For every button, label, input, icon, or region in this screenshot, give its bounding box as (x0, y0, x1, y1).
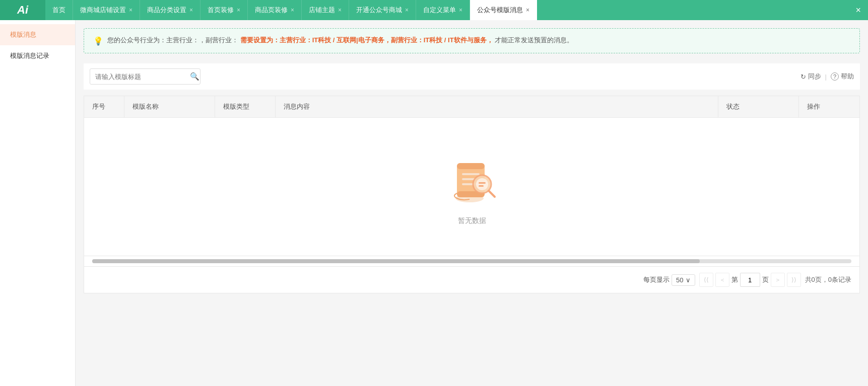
page-size-dropdown[interactable]: 50 ∨ (672, 274, 695, 286)
tab-close-theme[interactable]: × (338, 7, 342, 14)
col-header-index: 序号 (84, 96, 124, 117)
scrollbar-thumb (92, 259, 700, 263)
page-nav: ⟨⟨ ＜ 第 页 ＞ ⟩⟩ (699, 273, 801, 287)
tab-menu[interactable]: 自定义菜单 × (416, 0, 470, 20)
col-header-status: 状态 (718, 96, 799, 117)
col-header-action: 操作 (799, 96, 859, 117)
toolbar-divider: | (825, 73, 827, 81)
prev-page-button[interactable]: ＜ (715, 273, 729, 287)
svg-point-8 (476, 178, 488, 190)
scrollbar-area (84, 256, 859, 266)
col-header-content: 消息内容 (276, 96, 718, 117)
tab-close-wsc[interactable]: × (129, 7, 132, 14)
sidebar-item-template-record[interactable]: 模版消息记录 (0, 45, 75, 66)
sidebar-item-template-msg[interactable]: 模版消息 (0, 24, 75, 45)
col-header-name: 模版名称 (124, 96, 215, 117)
tab-close-mall[interactable]: × (405, 7, 409, 14)
total-info: 共0页，0条记录 (805, 275, 851, 284)
empty-illustration (442, 148, 502, 208)
search-button[interactable]: 🔍 (185, 69, 201, 84)
first-page-button[interactable]: ⟨⟨ (699, 273, 713, 287)
tab-close-template[interactable]: × (526, 7, 529, 14)
empty-text: 暂无数据 (458, 216, 486, 225)
page-size-select: 每页显示 50 ∨ (643, 274, 695, 286)
table-header: 序号 模版名称 模版类型 消息内容 状态 操作 (84, 96, 859, 118)
tab-close-product[interactable]: × (291, 7, 294, 14)
empty-state: 暂无数据 (84, 118, 859, 256)
help-icon: ? (831, 72, 839, 81)
app-logo: Ai (0, 0, 45, 20)
svg-rect-4 (462, 173, 480, 175)
main-layout: 模版消息 模版消息记录 💡 您的公众号行业为：主营行业：，副营行业： 需要设置为… (0, 20, 868, 386)
tab-homepage[interactable]: 首页装修 × (201, 0, 248, 20)
close-all-button[interactable]: × (848, 0, 868, 20)
tab-wsc[interactable]: 微商城店铺设置 × (73, 0, 140, 20)
svg-rect-11 (479, 185, 484, 187)
tab-close-menu[interactable]: × (459, 7, 462, 14)
last-page-button[interactable]: ⟩⟩ (787, 273, 801, 287)
notice-banner: 💡 您的公众号行业为：主营行业：，副营行业： 需要设置为：主营行业：IT科技 /… (84, 28, 860, 53)
next-page-button[interactable]: ＞ (771, 273, 785, 287)
page-number-input[interactable] (740, 273, 760, 287)
tab-category[interactable]: 商品分类设置 × (140, 0, 201, 20)
tab-home[interactable]: 首页 (45, 0, 73, 20)
pagination: 每页显示 50 ∨ ⟨⟨ ＜ 第 页 ＞ ⟩⟩ 共0页，0条记录 (84, 266, 859, 293)
table-container: 序号 模版名称 模版类型 消息内容 状态 操作 (84, 96, 860, 293)
tab-mall[interactable]: 开通公众号商城 × (349, 0, 416, 20)
notice-icon: 💡 (93, 36, 103, 46)
notice-highlight: 需要设置为：主营行业：IT科技 / 互联网|电子商务，副营行业：IT科技 / I… (240, 36, 493, 44)
search-input[interactable] (90, 70, 185, 84)
fake-scrollbar[interactable] (92, 259, 851, 263)
sidebar: 模版消息 模版消息记录 (0, 20, 76, 386)
tab-close-category[interactable]: × (189, 7, 193, 14)
toolbar: 🔍 ↻ 同步 | ? 帮助 (84, 63, 860, 90)
toolbar-right: ↻ 同步 | ? 帮助 (800, 72, 854, 81)
notice-text: 您的公众号行业为：主营行业：，副营行业： 需要设置为：主营行业：IT科技 / 互… (107, 36, 573, 45)
search-box: 🔍 (90, 68, 201, 85)
nav-tabs: 首页 微商城店铺设置 × 商品分类设置 × 首页装修 × 商品页装修 × 店铺主… (45, 0, 848, 20)
content-area: 💡 您的公众号行业为：主营行业：，副营行业： 需要设置为：主营行业：IT科技 /… (76, 20, 868, 386)
svg-line-9 (489, 191, 495, 197)
top-nav: Ai 首页 微商城店铺设置 × 商品分类设置 × 首页装修 × 商品页装修 × … (0, 0, 868, 20)
sync-button[interactable]: ↻ 同步 (800, 72, 821, 81)
col-header-type: 模版类型 (215, 96, 276, 117)
tab-theme[interactable]: 店铺主题 × (302, 0, 349, 20)
dropdown-icon: ∨ (686, 276, 691, 284)
svg-rect-2 (457, 163, 485, 169)
svg-rect-10 (479, 182, 486, 184)
help-button[interactable]: ? 帮助 (831, 72, 854, 81)
tab-product[interactable]: 商品页装修 × (248, 0, 302, 20)
tab-close-homepage[interactable]: × (237, 7, 240, 14)
sync-icon: ↻ (800, 73, 806, 81)
tab-template[interactable]: 公众号模版消息 × (470, 0, 537, 20)
